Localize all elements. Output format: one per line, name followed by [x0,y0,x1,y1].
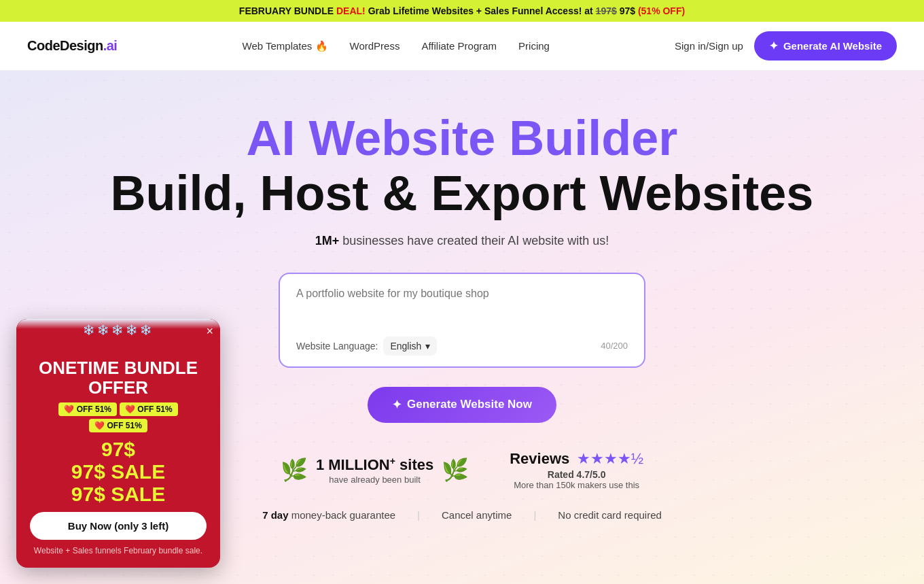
million-text: 1 MILLION+ sites have already been built [316,456,433,484]
rated-text: Rated 4.7/5.0 [510,469,643,480]
nav-web-templates[interactable]: Web Templates 🔥 [243,40,328,52]
popup-snow-decoration [16,319,220,353]
language-selector: Website Language: English ▾ [296,337,437,356]
banner-prefix: FEBRUARY BUNDLE [239,5,334,16]
popup-buy-button[interactable]: Buy Now (only 3 left) [30,512,207,540]
website-input-card: Website Language: English ▾ 40/200 [279,273,645,368]
popup-title-line1: ONETIME BUNDLE [30,358,207,378]
hero-subtitle: 1M+ businesses have created their AI web… [315,234,609,248]
popup-off-ticker: ❤️ OFF 51% ❤️ OFF 51% ❤️ OFF 51% [30,402,207,432]
language-value: English [390,341,421,351]
logo-main: CodeDesign [27,38,103,53]
banner-discount: (51% OFF) [638,5,685,16]
popup-price-1: 97$ [30,438,207,460]
nav-pricing[interactable]: Pricing [518,40,550,52]
million-stat: 🌿 1 MILLION+ sites have already been bui… [281,456,469,484]
hero-title-sub: Build, Host & Export Websites [111,165,814,222]
off-badge-1: ❤️ OFF 51% [58,402,117,416]
generate-ai-website-button[interactable]: ✦ Generate AI Website [754,31,897,61]
banner-new-price: 97$ [620,5,638,16]
popup-title-line2: OFFER [30,378,207,398]
generate-btn-label: Generate AI Website [783,40,882,52]
reviews-block: Reviews ★★★★½ Rated 4.7/5.0 More than 15… [510,450,643,490]
reviews-header: Reviews ★★★★½ [510,450,643,468]
banner-old-price: 197$ [596,5,617,16]
sparkle-icon: ✦ [769,39,778,52]
char-count: 40/200 [601,341,628,351]
popup-price-3: 97$ SALE [30,483,207,505]
day-bold: 7 day [262,509,288,521]
generate-website-label: Generate Website Now [407,398,532,411]
logo[interactable]: CodeDesign.ai [27,38,117,54]
popup-footer-text: Website + Sales funnels February bundle … [30,545,207,557]
sites-label: sites [399,457,433,474]
navbar: CodeDesign.ai Web Templates 🔥 WordPress … [0,22,924,71]
nav-affiliate[interactable]: Affiliate Program [421,40,497,52]
top-banner: FEBRUARY BUNDLE DEAL! Grab Lifetime Webs… [0,0,924,22]
million-number: 1 MILLION+ sites [316,456,433,474]
generate-website-button[interactable]: ✦ Generate Website Now [368,387,556,423]
off-badge-2: ❤️ OFF 51% [120,402,178,416]
laurel-left-icon: 🌿 [281,457,308,483]
separator-2: | [533,509,536,521]
logo-ai: .ai [103,38,118,53]
hero-title-ai: AI Website Builder [247,111,678,165]
laurel-right-icon: 🌿 [442,457,469,483]
no-cc-text: No credit card required [558,509,662,521]
stats-row: 🌿 1 MILLION+ sites have already been bui… [281,450,643,490]
language-label: Website Language: [296,341,378,351]
input-card-footer: Website Language: English ▾ 40/200 [296,337,628,356]
banner-at: at [584,5,592,16]
banner-middle: Grab Lifetime Websites + Sales Funnel Ac… [368,5,585,16]
reviews-label: Reviews [510,450,569,467]
popup-title: ONETIME BUNDLE OFFER [30,358,207,397]
sign-in-button[interactable]: Sign in/Sign up [675,40,743,52]
hero-subtitle-rest: businesses have created their AI website… [339,234,609,247]
chevron-down-icon: ▾ [425,341,430,351]
nav-right: Sign in/Sign up ✦ Generate AI Website [675,31,897,61]
popup-body: ONETIME BUNDLE OFFER ❤️ OFF 51% ❤️ OFF 5… [16,353,220,568]
money-back-text: 7 day money-back guarantee [262,509,395,521]
popup-price-2: 97$ SALE [30,460,207,483]
banner-deal: DEAL! [336,5,366,16]
off-badge-3: ❤️ OFF 51% [89,419,147,432]
popup-prices: 97$ 97$ SALE 97$ SALE [30,438,207,505]
cancel-text: Cancel anytime [442,509,512,521]
popup-close-button[interactable]: × [206,324,213,339]
nav-links: Web Templates 🔥 WordPress Affiliate Prog… [243,40,550,52]
star-rating: ★★★★½ [577,450,643,467]
nav-wordpress[interactable]: WordPress [350,40,400,52]
separator-1: | [417,509,420,521]
million-sublabel: have already been built [316,475,433,485]
sparkle-icon-2: ✦ [392,398,402,412]
website-description-input[interactable] [296,288,628,328]
language-dropdown[interactable]: English ▾ [383,337,437,356]
guarantee-row: 7 day money-back guarantee | Cancel anyt… [262,509,662,521]
maker-count: More than 150k makers use this [510,480,643,490]
bundle-popup: × ONETIME BUNDLE OFFER ❤️ OFF 51% ❤️ OFF… [16,319,220,568]
hero-million: 1M+ [315,234,340,247]
